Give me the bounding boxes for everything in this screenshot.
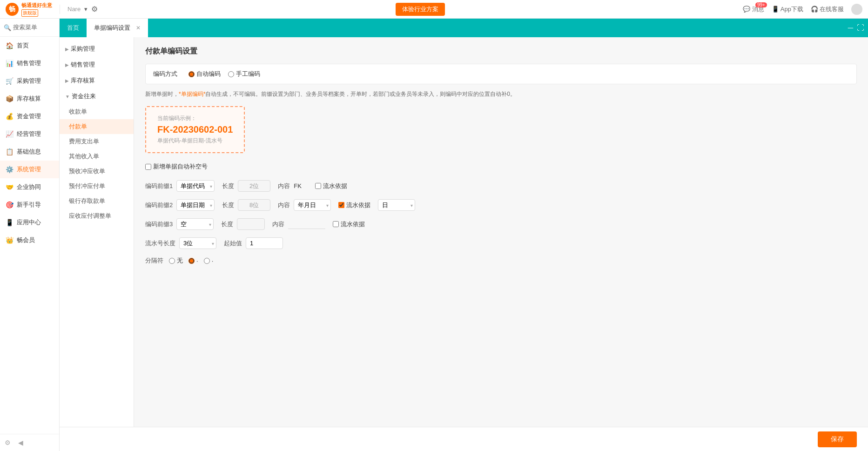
content-area: ▶ 采购管理 ▶ 销售管理 ▶ 库存核算: [60, 37, 868, 427]
prefix-row-1: 编码前缀1 单据代码 ▾ 长度 内容 FK: [145, 180, 857, 192]
content1-label: 内容: [278, 182, 290, 190]
sidebar-item-purchase[interactable]: 🛒 采购管理: [0, 72, 59, 90]
home-icon: 🏠: [6, 42, 13, 49]
stream2-checkbox[interactable]: [338, 202, 344, 208]
nav-group-purchase: ▶ 采购管理: [60, 41, 134, 57]
prefix2-select-wrapper[interactable]: 单据日期 ▾: [176, 199, 215, 211]
length1-input: [238, 180, 270, 192]
settings-bottom-icon[interactable]: ⚙: [5, 439, 11, 446]
stream3-checkbox-label[interactable]: 流水依据: [333, 220, 365, 229]
auto-fill-checkbox-label[interactable]: 新增单据自动补空号: [145, 162, 208, 171]
sidebar-item-operation[interactable]: 📈 经营管理: [0, 125, 59, 143]
tab-encoding[interactable]: 单据编码设置 ✕: [87, 19, 148, 37]
auto-encode-radio[interactable]: [188, 71, 195, 77]
prefix-row-3: 编码前缀3 空 ▾ 长度 内容: [145, 218, 857, 230]
content2-select-arrow: ▾: [326, 202, 329, 208]
sidebar-bottom: ⚙ ◀: [0, 434, 59, 451]
stream1-checkbox[interactable]: [315, 183, 321, 189]
sidebar-item-inventory[interactable]: 📦 库存核算: [0, 90, 59, 108]
stream2-unit-select-wrapper[interactable]: 日 ▾: [378, 199, 415, 211]
manual-encode-option[interactable]: 手工编码: [228, 70, 260, 78]
left-nav: ▶ 采购管理 ▶ 销售管理 ▶ 库存核算: [60, 37, 134, 427]
app-download[interactable]: 📱 App下载: [772, 5, 803, 13]
sidebar-item-system[interactable]: ⚙️ 系统管理: [0, 161, 59, 178]
online-service[interactable]: 🎧 在线客服: [811, 5, 844, 13]
prefix2-field: 编码前缀2 单据日期 ▾: [145, 199, 215, 211]
nav-group-inventory-header[interactable]: ▶ 库存核算: [60, 73, 134, 88]
sidebar-item-sales[interactable]: 📊 销售管理: [0, 54, 59, 72]
finance-icon: 💰: [6, 113, 13, 120]
prefix2-label: 编码前缀2: [145, 201, 173, 209]
purchase-icon: 🛒: [6, 77, 13, 85]
nav-group-sales-header[interactable]: ▶ 销售管理: [60, 57, 134, 73]
separator-dot2-radio[interactable]: [204, 258, 210, 264]
encode-radio-group: 自动编码 手工编码: [188, 70, 260, 78]
tab-close-icon[interactable]: ✕: [136, 25, 141, 31]
message-icon: 💬: [743, 6, 750, 13]
prefix1-select[interactable]: 单据代码: [181, 182, 210, 189]
operation-icon: 📈: [6, 130, 13, 138]
tab-maximize-icon[interactable]: ⛶: [857, 24, 864, 32]
prefix2-select[interactable]: 单据日期: [181, 202, 210, 209]
sidebar-search[interactable]: 🔍 搜索菜单: [0, 19, 59, 37]
trial-button[interactable]: 体验行业方案: [396, 3, 445, 16]
stream3-checkbox[interactable]: [333, 221, 339, 227]
sidebar-item-appcenter[interactable]: 📱 应用中心: [0, 214, 59, 231]
preview-box: 当前编码示例： FK-20230602-001 单据代码-单据日期-流水号: [145, 106, 245, 153]
length3-field: 长度: [221, 218, 265, 230]
tab-home[interactable]: 首页: [60, 19, 87, 37]
nav-group-purchase-header[interactable]: ▶ 采购管理: [60, 41, 134, 57]
sidebar-item-finance[interactable]: 💰 资金管理: [0, 108, 59, 125]
separator-dot-option[interactable]: ·: [188, 257, 198, 264]
nav-item-adjustment[interactable]: 应收应付调整单: [60, 209, 134, 223]
sidebar-item-basic[interactable]: 📋 基础信息: [0, 143, 59, 161]
separator-dot-radio[interactable]: [188, 258, 195, 264]
content3-value: [288, 220, 325, 229]
user-avatar[interactable]: [851, 4, 862, 15]
start-value-field: 起始值 1: [224, 237, 283, 249]
prefix1-select-wrapper[interactable]: 单据代码 ▾: [176, 180, 215, 192]
top-bar-left: 畅 畅通逍好生意 旗舰版 Nare ▾ ⚙: [6, 2, 98, 17]
auto-encode-option[interactable]: 自动编码: [188, 70, 221, 78]
sidebar-item-home[interactable]: 🏠 首页: [0, 37, 59, 54]
separator-none-radio[interactable]: [169, 258, 175, 264]
stream2-unit-arrow: ▾: [410, 202, 413, 208]
collapse-icon[interactable]: ◀: [18, 439, 23, 446]
stream1-checkbox-label[interactable]: 流水依据: [315, 182, 347, 190]
separator-dot2-option[interactable]: ·: [204, 257, 214, 264]
serial-length-select-wrapper[interactable]: 3位 4位 5位 ▾: [179, 237, 216, 249]
content2-select[interactable]: 年月日: [298, 202, 322, 209]
sidebar-item-newguide[interactable]: 🎯 新手引导: [0, 196, 59, 214]
manual-encode-radio[interactable]: [228, 71, 234, 77]
nav-item-bank[interactable]: 银行存取款单: [60, 194, 134, 209]
nav-item-expense[interactable]: 费用支出单: [60, 134, 134, 149]
save-button[interactable]: 保存: [818, 431, 857, 447]
settings-icon[interactable]: ⚙: [91, 5, 98, 13]
content1-value: FK: [294, 182, 308, 189]
logo-icon: 畅: [6, 3, 19, 16]
auto-fill-checkbox[interactable]: [145, 164, 151, 170]
content2-select-wrapper[interactable]: 年月日 ▾: [294, 199, 331, 211]
serial-length-select[interactable]: 3位 4位 5位: [183, 240, 199, 247]
start-value-input[interactable]: 1: [246, 237, 283, 249]
workspace-dropdown[interactable]: ▾: [84, 6, 87, 13]
nav-item-receipt[interactable]: 收款单: [60, 104, 134, 119]
prefix3-select[interactable]: 空: [181, 221, 192, 228]
sidebar: 🔍 搜索菜单 🏠 首页 📊 销售管理 🛒 采购管理 📦 库存核算 💰 资金管理 …: [0, 19, 60, 451]
nav-group-funds-header[interactable]: ▼ 资金往来: [60, 88, 134, 104]
separator-label: 分隔符: [145, 256, 163, 265]
prefix3-select-wrapper[interactable]: 空 ▾: [176, 218, 214, 230]
nav-item-pre-payable[interactable]: 预付冲应付单: [60, 179, 134, 194]
nav-item-pre-receivable[interactable]: 预收冲应收单: [60, 164, 134, 179]
stream2-checkbox-label[interactable]: 流水依据: [338, 201, 370, 209]
sidebar-item-enterprise[interactable]: 🤝 企业协同: [0, 178, 59, 196]
tab-minimize-icon[interactable]: ─: [848, 24, 853, 32]
separator-none-option[interactable]: 无: [169, 256, 183, 265]
length3-input: [237, 218, 265, 230]
nav-item-other-income[interactable]: 其他收入单: [60, 149, 134, 164]
stream2-unit-select[interactable]: 日: [382, 202, 394, 209]
sidebar-item-member[interactable]: 👑 畅会员: [0, 231, 59, 249]
workspace-name: Nare: [67, 6, 81, 13]
message-area[interactable]: 💬 消息 99+: [743, 5, 764, 13]
nav-item-payment[interactable]: 付款单: [60, 119, 134, 134]
